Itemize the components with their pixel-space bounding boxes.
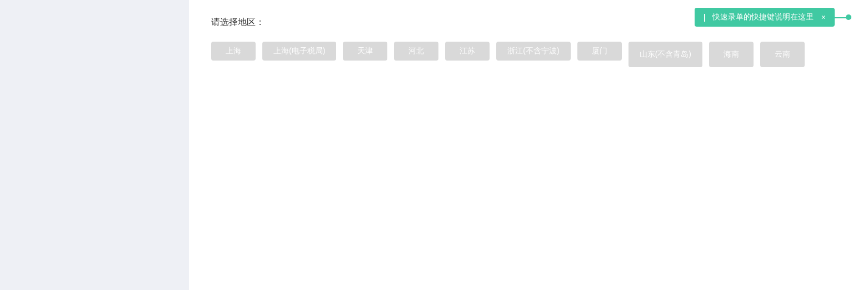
- region-button-5[interactable]: 浙江(不含宁波): [496, 42, 570, 61]
- region-button-row2-1[interactable]: 海南: [709, 42, 754, 67]
- region-button-row2-2[interactable]: 云南: [760, 42, 805, 67]
- region-button-3[interactable]: 河北: [394, 42, 438, 61]
- main-content: 请选择地区： 上海上海(电子税局)天津河北江苏浙江(不含宁波)厦门 山东(不含青…: [189, 0, 868, 290]
- region-buttons: 上海上海(电子税局)天津河北江苏浙江(不含宁波)厦门 山东(不含青岛)海南云南: [211, 42, 846, 67]
- region-row-2: 山东(不含青岛)海南云南: [628, 42, 805, 67]
- left-sidebar: [0, 0, 189, 290]
- tooltip-banner: 快速录单的快捷键说明在这里 ×: [695, 8, 835, 27]
- tooltip-dot: [846, 14, 851, 20]
- region-button-4[interactable]: 江苏: [445, 42, 490, 61]
- region-button-6[interactable]: 厦门: [577, 42, 622, 61]
- region-button-row2-0[interactable]: 山东(不含青岛): [628, 42, 702, 67]
- region-button-1[interactable]: 上海(电子税局): [262, 42, 336, 61]
- region-row-1: 上海上海(电子税局)天津河北江苏浙江(不含宁波)厦门: [211, 42, 622, 61]
- region-button-2[interactable]: 天津: [343, 42, 387, 61]
- region-button-0[interactable]: 上海: [211, 42, 256, 61]
- tooltip-close-button[interactable]: ×: [821, 13, 826, 22]
- tooltip-text: 快速录单的快捷键说明在这里: [712, 12, 814, 22]
